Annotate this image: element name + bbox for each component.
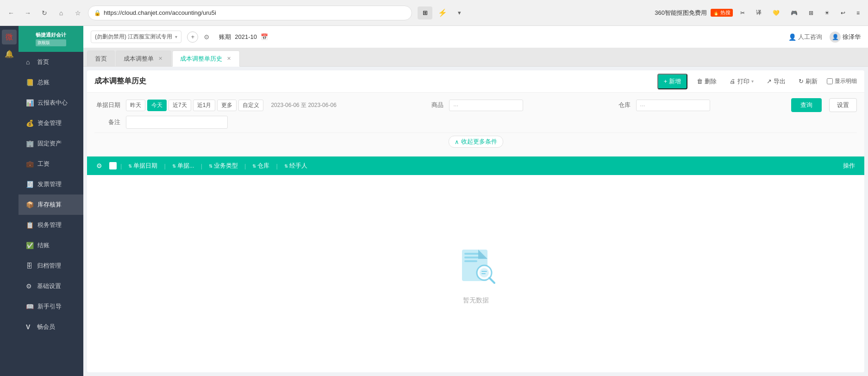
print-icon: 🖨 — [730, 78, 736, 85]
grid-btn[interactable]: ⊞ — [805, 8, 817, 18]
delete-button[interactable]: 🗑 删除 — [693, 75, 720, 88]
select-all-checkbox[interactable] — [109, 162, 117, 169]
sidebar-item-tax[interactable]: 📋 税务管理 — [19, 215, 83, 235]
add-button[interactable]: + 新增 — [657, 74, 687, 89]
product-selector[interactable]: ··· — [449, 100, 523, 111]
remark-input[interactable] — [126, 116, 228, 129]
star-button[interactable]: ☆ — [71, 6, 84, 19]
sidebar-item-home[interactable]: ⌂ 首页 — [19, 52, 83, 72]
archive-icon: 🗄 — [26, 262, 33, 269]
delete-label: 删除 — [705, 77, 717, 86]
sidebar-label-fixed-assets: 固定资产 — [37, 139, 62, 148]
icon-strip-2[interactable]: 🔔 — [2, 46, 17, 61]
sidebar-item-settings[interactable]: ⚙ 基础设置 — [19, 276, 83, 296]
col-header-biz-type[interactable]: ⇅ 业务类型 — [206, 162, 241, 170]
tab-cost-adjust-close[interactable]: ✕ — [157, 55, 163, 63]
scissors-btn[interactable]: ✂ — [737, 8, 749, 18]
reload-button[interactable]: ↻ — [38, 6, 51, 19]
col-header-handler[interactable]: ⇅ 经手人 — [281, 162, 310, 170]
sidebar-item-inventory[interactable]: 📦 库存核算 — [19, 194, 83, 215]
period-display: 账期 2021-10 📅 — [219, 33, 268, 41]
sidebar-item-salary[interactable]: 💼 工资 — [19, 154, 83, 174]
weibo-icon-strip[interactable]: 微 — [2, 30, 17, 44]
col-warehouse-label: 仓库 — [257, 162, 269, 170]
sidebar-item-funds[interactable]: 💰 资金管理 — [19, 113, 83, 133]
sidebar-item-reports[interactable]: 📊 云报表中心 — [19, 93, 83, 113]
table-settings-icon[interactable]: ⚙ — [93, 159, 106, 172]
browser-chrome: ← → ↻ ⌂ ☆ 🔒 https://cloud.chanjet.com/ac… — [0, 0, 868, 26]
product-filter-label: 商品 — [418, 101, 443, 109]
last7days-btn[interactable]: 近7天 — [169, 100, 191, 111]
warehouse-filter-label: 仓库 — [605, 101, 631, 109]
user-avatar: 👤 — [830, 31, 841, 43]
sort-icon-date: ⇅ — [128, 163, 132, 169]
page-header: 成本调整单历史 + 新增 🗑 删除 🖨 打印 ▾ ↗ 导出 — [87, 70, 864, 93]
show-detail-input[interactable] — [827, 78, 833, 84]
dropdown-button[interactable]: ▾ — [453, 6, 466, 19]
sidebar-item-vip[interactable]: V 畅会员 — [19, 317, 83, 337]
topbar: (勿删勿禁用) 江西服宝测试专用 ▾ + ⚙ 账期 2021-10 📅 👤 人工… — [83, 26, 868, 48]
show-detail-checkbox[interactable]: 显示明细 — [827, 77, 857, 85]
sidebar-label-funds: 资金管理 — [37, 119, 62, 127]
forward-button[interactable]: → — [21, 6, 34, 19]
query-button[interactable]: 查询 — [791, 98, 822, 112]
sidebar-item-guide[interactable]: 📖 新手引导 — [19, 296, 83, 317]
home-icon: ⌂ — [26, 58, 33, 66]
sidebar-item-invoice[interactable]: 🧾 发票管理 — [19, 174, 83, 194]
address-bar[interactable]: 🔒 https://cloud.chanjet.com/accounting/u… — [88, 6, 412, 20]
home-button[interactable]: ⌂ — [55, 6, 68, 19]
user-menu[interactable]: 👤 徐泽华 — [830, 31, 861, 43]
sidebar-label-vip: 畅会员 — [37, 323, 55, 331]
tab-home[interactable]: 首页 — [87, 50, 115, 66]
refresh-button[interactable]: ↻ 刷新 — [795, 75, 821, 88]
sidebar-label-guide: 新手引导 — [37, 302, 62, 311]
filter-row-2: 备注 — [94, 116, 857, 129]
svg-line-7 — [489, 278, 494, 283]
apps-button[interactable]: ⊞ — [418, 6, 432, 19]
print-button[interactable]: 🖨 打印 ▾ — [726, 75, 757, 88]
col-divider-4: | — [244, 163, 246, 169]
yesterday-btn[interactable]: 昨天 — [126, 100, 145, 111]
col-divider-5: | — [276, 163, 277, 169]
sidebar-item-fixed-assets[interactable]: 🏢 固定资产 — [19, 133, 83, 154]
tab-cost-adjust-history[interactable]: 成本调整单历史 ✕ — [172, 50, 240, 67]
col-divider-1: | — [120, 163, 122, 169]
col-header-number[interactable]: ⇅ 单据... — [169, 162, 197, 170]
sort-icon-warehouse: ⇅ — [252, 163, 256, 169]
back-button[interactable]: ← — [5, 6, 18, 19]
sidebar-item-archive[interactable]: 🗄 归档管理 — [19, 256, 83, 276]
refresh-label: 刷新 — [806, 77, 818, 86]
translate-btn[interactable]: 译 — [752, 7, 765, 19]
last1month-btn[interactable]: 近1月 — [193, 100, 216, 111]
sidebar-label-tax: 税务管理 — [37, 221, 62, 229]
menu-btn[interactable]: ≡ — [853, 8, 863, 18]
wallet-btn[interactable]: 💛 — [769, 8, 783, 18]
settings-btn[interactable]: ☀ — [821, 8, 833, 18]
sidebar-item-ledger[interactable]: 📒 总账 — [19, 72, 83, 93]
company-selector[interactable]: (勿删勿禁用) 江西服宝测试专用 ▾ — [91, 31, 181, 43]
custom-btn[interactable]: 自定义 — [238, 100, 263, 111]
more-btn[interactable]: 更多 — [217, 100, 237, 111]
today-btn[interactable]: 今天 — [147, 100, 167, 111]
collapse-more-button[interactable]: ∧ 收起更多条件 — [449, 136, 503, 148]
export-button[interactable]: ↗ 导出 — [763, 75, 789, 88]
sidebar-label-inventory: 库存核算 — [37, 201, 62, 209]
flash-icon[interactable]: ⚡ — [436, 6, 449, 19]
game-btn[interactable]: 🎮 — [787, 8, 801, 18]
add-tab-button[interactable]: + — [187, 31, 198, 43]
settings-icon: ⚙ — [26, 282, 33, 290]
undo-btn[interactable]: ↩ — [837, 8, 849, 18]
settings-button[interactable]: 设置 — [829, 98, 857, 112]
sidebar-item-checkout[interactable]: ✅ 结账 — [19, 235, 83, 256]
settings-icon-topbar[interactable]: ⚙ — [204, 33, 210, 41]
sidebar-label-reports: 云报表中心 — [37, 99, 68, 107]
col-header-warehouse[interactable]: ⇅ 仓库 — [250, 162, 272, 170]
tab-cost-adjust-history-close[interactable]: ✕ — [226, 55, 232, 63]
tab-cost-adjust[interactable]: 成本调整单 ✕ — [116, 50, 171, 66]
warehouse-selector[interactable]: ··· — [636, 100, 710, 111]
filter-area: 单据日期 昨天 今天 近7天 近1月 更多 自定义 2023-06-06 至 2… — [87, 93, 864, 157]
calendar-icon[interactable]: 📅 — [261, 33, 268, 40]
col-header-date[interactable]: ⇅ 单据日期 — [125, 162, 160, 170]
main-sidebar: 畅捷通好会计 旗舰版 ⌂ 首页 📒 总账 📊 云报表中心 💰 资金管理 � — [19, 26, 83, 376]
service-button[interactable]: 👤 人工咨询 — [788, 33, 822, 41]
